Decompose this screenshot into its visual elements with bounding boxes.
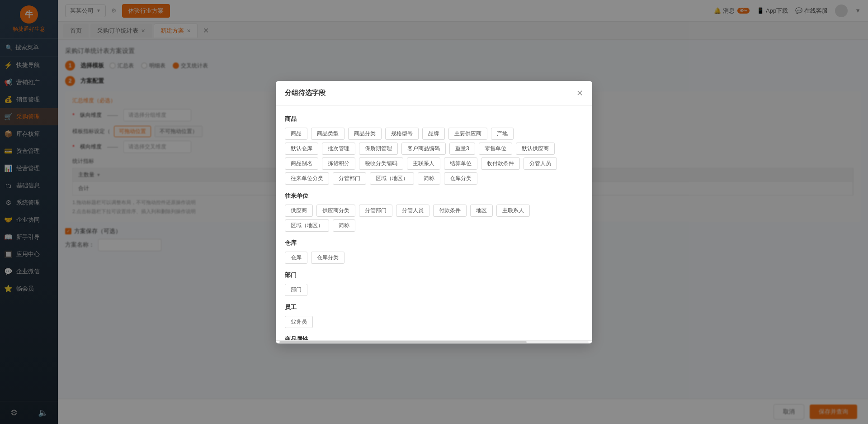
tag-group-goods-3: 往来单位分类分管部门区域（地区）简称仓库分类 [285, 172, 583, 185]
modal-scroll-bar[interactable] [276, 340, 592, 343]
tag-供应商[interactable]: 供应商 [285, 205, 313, 217]
tag-group-warehouse-0: 仓库仓库分类 [285, 252, 583, 264]
tag-零售单位[interactable]: 零售单位 [479, 143, 512, 155]
tag-默认供应商[interactable]: 默认供应商 [516, 143, 555, 155]
tag-主要供应商[interactable]: 主要供应商 [448, 128, 487, 140]
tag-部门[interactable]: 部门 [285, 284, 307, 296]
tag-拣货积分[interactable]: 拣货积分 [322, 157, 355, 170]
section-title-employee: 员工 [285, 303, 583, 311]
tag-仓库[interactable]: 仓库 [285, 252, 307, 264]
tag-商品分类[interactable]: 商品分类 [348, 128, 382, 140]
section-title-department: 部门 [285, 271, 583, 279]
modal-close-btn[interactable]: ✕ [576, 88, 583, 98]
tag-往来单位分类[interactable]: 往来单位分类 [285, 172, 329, 185]
modal-title: 分组待选字段 [285, 89, 326, 97]
tag-分管人员[interactable]: 分管人员 [524, 157, 557, 170]
modal-overlay: 分组待选字段 ✕ 商品商品商品类型商品分类规格型号品牌主要供应商产地默认仓库批次… [0, 0, 868, 424]
tag-仓库分类[interactable]: 仓库分类 [311, 252, 344, 264]
tag-主联系人[interactable]: 主联系人 [496, 205, 530, 217]
tag-group-partner-1: 区域（地区）简称 [285, 219, 583, 232]
section-title-goods-attr: 商品属性 [285, 335, 583, 340]
section-title-goods: 商品 [285, 115, 583, 123]
tag-group-goods-0: 商品商品类型商品分类规格型号品牌主要供应商产地 [285, 128, 583, 140]
tag-group-department-0: 部门 [285, 284, 583, 296]
tag-分管部门[interactable]: 分管部门 [359, 205, 392, 217]
section-title-warehouse: 仓库 [285, 239, 583, 247]
tag-商品别名[interactable]: 商品别名 [285, 157, 318, 170]
tag-产地[interactable]: 产地 [491, 128, 514, 140]
tag-客户商品编码[interactable]: 客户商品编码 [401, 143, 446, 155]
tag-商品类型[interactable]: 商品类型 [311, 128, 344, 140]
tag-税收分类编码[interactable]: 税收分类编码 [359, 157, 403, 170]
modal-header: 分组待选字段 ✕ [276, 81, 592, 106]
tag-重量[interactable]: 重量3 [449, 143, 475, 155]
tag-地区[interactable]: 地区 [470, 205, 493, 217]
tag-group-employee-0: 业务员 [285, 316, 583, 328]
tag-商品[interactable]: 商品 [285, 128, 307, 140]
tag-付款条件[interactable]: 付款条件 [433, 205, 467, 217]
tag-主联系人[interactable]: 主联系人 [407, 157, 440, 170]
modal: 分组待选字段 ✕ 商品商品商品类型商品分类规格型号品牌主要供应商产地默认仓库批次… [276, 81, 592, 343]
tag-默认仓库[interactable]: 默认仓库 [285, 143, 318, 155]
tag-保质期管理[interactable]: 保质期管理 [359, 143, 398, 155]
tag-group-goods-1: 默认仓库批次管理保质期管理客户商品编码重量3零售单位默认供应商 [285, 143, 583, 155]
tag-供应商分类[interactable]: 供应商分类 [316, 205, 355, 217]
tag-group-goods-2: 商品别名拣货积分税收分类编码主联系人结算单位收付款条件分管人员 [285, 157, 583, 170]
tag-简称[interactable]: 简称 [418, 172, 440, 185]
tag-区域地区[interactable]: 区域（地区） [285, 219, 329, 232]
modal-body[interactable]: 商品商品商品类型商品分类规格型号品牌主要供应商产地默认仓库批次管理保质期管理客户… [276, 106, 592, 340]
tag-分管部门[interactable]: 分管部门 [333, 172, 366, 185]
tag-分管人员[interactable]: 分管人员 [396, 205, 429, 217]
tag-仓库分类[interactable]: 仓库分类 [444, 172, 477, 185]
section-title-partner: 往来单位 [285, 192, 583, 200]
tag-规格型号[interactable]: 规格型号 [385, 128, 419, 140]
tag-批次管理[interactable]: 批次管理 [322, 143, 355, 155]
tag-group-partner-0: 供应商供应商分类分管部门分管人员付款条件地区主联系人 [285, 205, 583, 217]
tag-品牌[interactable]: 品牌 [422, 128, 445, 140]
tag-结算单位[interactable]: 结算单位 [444, 157, 477, 170]
tag-区域地区[interactable]: 区域（地区） [370, 172, 414, 185]
tag-收付款条件[interactable]: 收付款条件 [481, 157, 520, 170]
tag-业务员[interactable]: 业务员 [285, 316, 313, 328]
tag-简称[interactable]: 简称 [333, 219, 355, 232]
